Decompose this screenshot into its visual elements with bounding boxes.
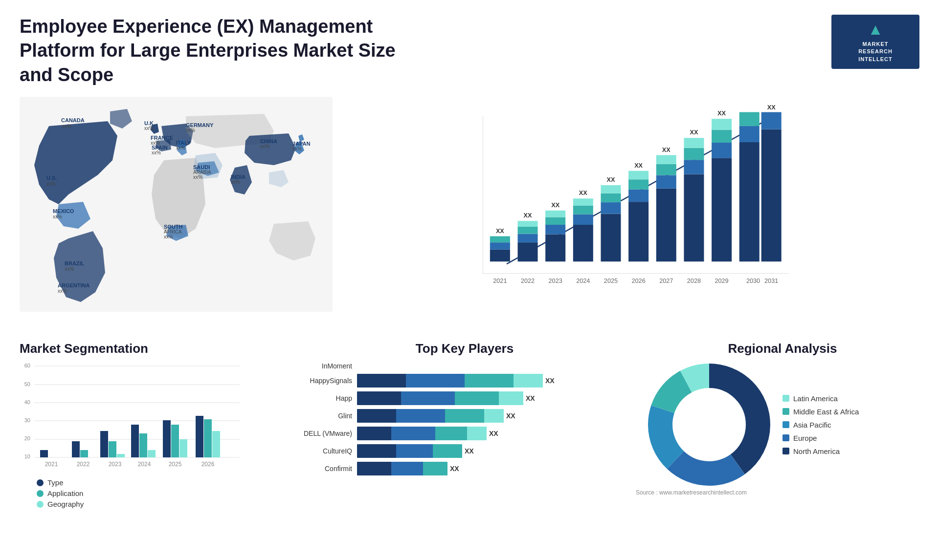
legend-mea-dot: [782, 408, 789, 415]
mexico-label: MEXICO: [53, 208, 74, 214]
svg-rect-32: [628, 171, 648, 180]
svg-text:2026: 2026: [201, 461, 215, 468]
svg-rect-42: [684, 138, 704, 148]
player-xx-happ: XX: [526, 394, 535, 402]
legend-apac-dot: [782, 421, 789, 428]
player-bar-happ: [357, 391, 523, 405]
svg-rect-20: [573, 215, 593, 225]
svg-rect-16: [545, 217, 565, 225]
seg-legend: Type Application Geography: [37, 478, 284, 508]
content-grid: CANADA xx% U.S. xx% MEXICO xx% BRAZIL xx…: [20, 97, 919, 511]
svg-text:2021: 2021: [45, 461, 58, 468]
donut-chart: [646, 361, 773, 488]
svg-text:XX: XX: [607, 176, 615, 183]
legend-europe-dot: [782, 434, 789, 441]
player-bar-cultureiq: [357, 444, 462, 458]
player-happysignals: HappySignals XX: [293, 374, 636, 388]
player-bar-confirmit: [357, 462, 447, 475]
saudi-pct: xx%: [193, 174, 202, 180]
legend-type-label: Type: [47, 478, 64, 487]
segmentation-title: Market Segmentation: [20, 341, 284, 356]
svg-rect-29: [628, 202, 648, 261]
legend-mea-label: Middle East & Africa: [793, 408, 859, 416]
svg-text:XX: XX: [717, 110, 726, 117]
svg-rect-90: [196, 416, 203, 457]
legend-latin-dot: [782, 395, 789, 402]
player-inmoment: InMoment: [293, 362, 636, 370]
china-pct: xx%: [260, 144, 269, 149]
svg-rect-44: [712, 158, 732, 261]
svg-rect-78: [40, 450, 48, 457]
svg-text:2024: 2024: [138, 461, 151, 468]
players-title: Top Key Players: [293, 341, 636, 356]
svg-rect-30: [628, 190, 648, 202]
svg-text:2024: 2024: [576, 278, 590, 284]
svg-text:2031: 2031: [764, 278, 778, 284]
player-dell: DELL (VMware) XX: [293, 427, 636, 440]
regional-title: Regional Analysis: [646, 341, 919, 356]
player-happ: Happ XX: [293, 391, 636, 405]
svg-text:20: 20: [24, 435, 30, 441]
player-bar-glint: [357, 409, 504, 423]
svg-rect-50: [739, 126, 760, 142]
japan-pct: xx%: [292, 146, 302, 151]
svg-text:2021: 2021: [493, 278, 507, 284]
world-map: CANADA xx% U.S. xx% MEXICO xx% BRAZIL xx…: [20, 97, 333, 312]
southafrica-pct: xx%: [164, 234, 173, 239]
svg-rect-27: [601, 185, 621, 194]
svg-text:XX: XX: [551, 202, 559, 209]
svg-rect-19: [573, 225, 593, 261]
svg-text:2022: 2022: [77, 461, 90, 468]
svg-text:XX: XX: [634, 162, 643, 169]
legend-geography: Geography: [37, 500, 284, 508]
uk-pct: xx%: [144, 126, 154, 131]
legend-type: Type: [37, 478, 284, 487]
player-xx-happysignals: XX: [545, 377, 555, 385]
player-xx-glint: XX: [506, 412, 515, 420]
svg-rect-47: [712, 119, 732, 129]
legend-asia-pacific: Asia Pacific: [782, 421, 859, 429]
svg-rect-6: [490, 242, 510, 250]
regional-content: Latin America Middle East & Africa Asia …: [646, 361, 919, 488]
brazil-pct: xx%: [65, 266, 74, 272]
argentina-label: ARGENTINA: [58, 282, 89, 288]
legend-latin-america: Latin America: [782, 394, 859, 403]
svg-text:2022: 2022: [521, 278, 535, 284]
svg-rect-81: [100, 431, 108, 457]
legend-apac-label: Asia Pacific: [793, 421, 831, 429]
svg-text:XX: XX: [524, 213, 532, 219]
svg-rect-84: [131, 425, 139, 457]
legend-europe: Europe: [782, 434, 859, 442]
svg-rect-26: [601, 194, 621, 203]
canada-label: CANADA: [61, 117, 85, 123]
svg-rect-46: [712, 130, 732, 143]
svg-text:XX: XX: [767, 104, 776, 111]
svg-text:2028: 2028: [687, 278, 701, 284]
svg-text:2025: 2025: [169, 461, 182, 468]
svg-text:30: 30: [24, 417, 30, 423]
svg-text:2023: 2023: [109, 461, 122, 468]
player-name-happ: Happ: [293, 394, 352, 402]
svg-rect-41: [684, 148, 704, 160]
svg-text:XX: XX: [690, 129, 698, 136]
bottom-grid: Market Segmentation 60 50 40: [20, 341, 919, 511]
legend-north-america: North America: [782, 447, 859, 455]
brazil-label: BRAZIL: [65, 260, 85, 266]
player-xx-confirmit: XX: [450, 465, 459, 473]
player-bar-dell: [357, 427, 487, 440]
svg-text:2026: 2026: [632, 278, 646, 284]
svg-rect-34: [656, 189, 676, 261]
logo-icon: ▲: [868, 21, 883, 39]
svg-rect-79: [72, 441, 80, 457]
legend-na-dot: [782, 448, 789, 454]
svg-rect-17: [545, 211, 565, 217]
svg-rect-14: [545, 235, 565, 262]
svg-text:60: 60: [24, 363, 30, 368]
svg-text:2025: 2025: [604, 278, 618, 284]
mexico-pct: xx%: [53, 214, 62, 219]
legend-application: Application: [37, 489, 284, 497]
page-title: Employee Experience (EX) Management Plat…: [20, 15, 411, 87]
player-bar-dell-container: XX: [357, 427, 636, 440]
svg-rect-9: [518, 242, 538, 261]
svg-rect-24: [601, 214, 621, 262]
